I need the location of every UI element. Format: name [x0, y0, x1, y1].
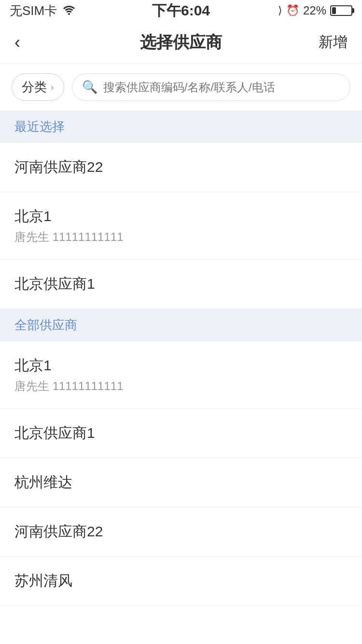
list-item[interactable]: 苏州清风 [0, 557, 362, 606]
all-list: 北京1 唐先生 11111111111北京供应商1杭州维达河南供应商22苏州清风 [0, 341, 362, 606]
add-button[interactable]: 新增 [319, 32, 348, 52]
search-input[interactable] [103, 81, 340, 94]
page-title: 选择供应商 [140, 31, 222, 54]
list-item[interactable]: 河南供应商22 [0, 143, 362, 192]
status-bar: 无SIM卡 下午6:04 ⟩ ⏰ 22% [0, 0, 362, 21]
item-name: 河南供应商22 [14, 157, 348, 177]
list-item[interactable]: 北京供应商1 [0, 260, 362, 309]
list-item[interactable]: 杭州维达 [0, 458, 362, 507]
search-box[interactable]: 🔍 [72, 73, 350, 101]
item-name: 北京供应商1 [14, 423, 348, 443]
back-button[interactable]: ‹ [14, 32, 43, 53]
item-detail: 唐先生 11111111111 [14, 378, 348, 394]
list-item[interactable]: 北京1 唐先生 11111111111 [0, 192, 362, 260]
category-label: 分类 [22, 79, 47, 96]
nav-bar: ‹ 选择供应商 新增 [0, 21, 362, 64]
recent-section-header: 最近选择 [0, 111, 362, 143]
status-left: 无SIM卡 [10, 2, 76, 19]
carrier-text: 无SIM卡 [10, 2, 57, 19]
battery-indicator [330, 5, 352, 16]
chevron-right-icon: › [51, 82, 54, 93]
alarm-icon: ⏰ [286, 4, 299, 17]
recent-section-label: 最近选择 [14, 119, 65, 134]
search-icon: 🔍 [82, 80, 97, 95]
list-item[interactable]: 北京1 唐先生 11111111111 [0, 341, 362, 409]
filter-bar: 分类 › 🔍 [0, 64, 362, 111]
battery-percent: 22% [303, 4, 326, 17]
list-item[interactable]: 北京供应商1 [0, 409, 362, 458]
status-time: 下午6:04 [152, 1, 210, 21]
item-name: 杭州维达 [14, 473, 348, 492]
item-name: 苏州清风 [14, 571, 348, 591]
item-detail: 唐先生 11111111111 [14, 229, 348, 245]
item-name: 北京1 [14, 207, 348, 226]
category-button[interactable]: 分类 › [12, 73, 64, 101]
status-right: ⟩ ⏰ 22% [278, 4, 352, 17]
all-section-label: 全部供应商 [14, 318, 77, 332]
recent-list: 河南供应商22北京1 唐先生 11111111111北京供应商1 [0, 143, 362, 309]
location-icon: ⟩ [278, 4, 282, 17]
list-item[interactable]: 河南供应商22 [0, 507, 362, 557]
wifi-icon [62, 3, 76, 18]
item-name: 河南供应商22 [14, 522, 348, 542]
item-name: 北京供应商1 [14, 274, 348, 294]
all-section-header: 全部供应商 [0, 309, 362, 341]
item-name: 北京1 [14, 356, 348, 376]
